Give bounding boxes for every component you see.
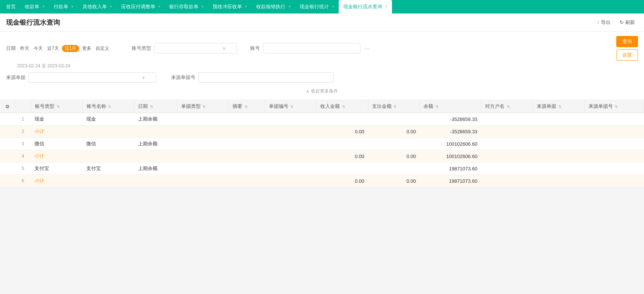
cell-gear bbox=[0, 175, 15, 187]
col-no bbox=[15, 100, 31, 113]
nav-other-income-close[interactable]: × bbox=[110, 0, 112, 13]
cell-doc-type bbox=[177, 150, 229, 163]
date-opt-1month[interactable]: 近1月 bbox=[62, 45, 80, 52]
account-input[interactable] bbox=[263, 43, 360, 54]
col-source-doc-no[interactable]: 来源单据号 ⇅ bbox=[584, 100, 644, 113]
col-account-type[interactable]: 账号类型 ⇅ bbox=[31, 100, 83, 113]
source-doc-no-input[interactable] bbox=[198, 72, 333, 83]
cell-counterpart bbox=[481, 138, 533, 150]
gear-icon: ⚙ bbox=[5, 104, 10, 109]
col-date[interactable]: 日期 ⇅ bbox=[134, 100, 177, 113]
cell-counterpart bbox=[481, 113, 533, 125]
nav-stats[interactable]: 现金银行统计 × bbox=[295, 0, 339, 13]
source-doc-select[interactable]: ∨ bbox=[29, 72, 156, 83]
col-account-name[interactable]: 账号名称 ⇅ bbox=[83, 100, 134, 113]
nav-advance[interactable]: 预收冲应收单 × bbox=[208, 0, 252, 13]
settings-button[interactable]: 设置 bbox=[616, 49, 638, 61]
cell-expense: 0.00 bbox=[368, 150, 420, 163]
sort-doc-no-icon: ⇅ bbox=[290, 104, 293, 109]
nav-adjust[interactable]: 应收应付调整单 × bbox=[117, 0, 165, 13]
cell-account-name bbox=[83, 175, 134, 187]
col-doc-no[interactable]: 单据编号 ⇅ bbox=[265, 100, 317, 113]
col-balance[interactable]: 余额 ⇅ bbox=[420, 100, 481, 113]
nav-payment-close[interactable]: × bbox=[71, 0, 74, 13]
sort-expense-icon: ⇅ bbox=[393, 104, 396, 109]
filter-row-1: 日期 昨天 今天 近7天 近1月 更多 自定义 账号类型 ∨ 账号 ··· bbox=[6, 36, 638, 61]
nav-flow-query-close[interactable]: × bbox=[385, 0, 387, 13]
cell-summary bbox=[229, 113, 265, 125]
account-filter-group: 账号 ··· bbox=[250, 43, 371, 54]
account-type-filter-group: 账号类型 ∨ bbox=[132, 43, 237, 54]
table-row: 6小计0.000.0019871073.60 bbox=[0, 175, 644, 187]
nav-bank-deposit[interactable]: 银行存取款单 × bbox=[165, 0, 208, 13]
date-opt-more[interactable]: 更多 bbox=[81, 45, 93, 52]
date-opt-7days[interactable]: 近7天 bbox=[46, 45, 60, 52]
cell-source-doc bbox=[533, 163, 585, 175]
nav-receipt-close[interactable]: × bbox=[42, 0, 45, 13]
cell-balance: 100102606.60 bbox=[420, 150, 481, 163]
col-income[interactable]: 收入金额 ⇅ bbox=[317, 100, 368, 113]
cell-expense: 0.00 bbox=[368, 125, 420, 138]
col-summary[interactable]: 摘要 ⇅ bbox=[229, 100, 265, 113]
cell-no: 6 bbox=[15, 175, 31, 187]
cell-expense bbox=[368, 138, 420, 150]
cell-source-doc-no bbox=[584, 175, 644, 187]
export-button[interactable]: ↑ 导出 bbox=[594, 18, 614, 27]
account-ellipsis[interactable]: ··· bbox=[363, 45, 371, 51]
account-label: 账号 bbox=[250, 45, 260, 52]
account-type-chevron: ∨ bbox=[222, 46, 226, 51]
date-opt-today[interactable]: 今天 bbox=[32, 45, 44, 52]
cell-account-name: 支付宝 bbox=[83, 163, 134, 175]
cell-doc-no bbox=[265, 175, 317, 187]
col-gear[interactable]: ⚙ bbox=[0, 100, 15, 113]
nav-stats-close[interactable]: × bbox=[332, 0, 334, 13]
date-opt-custom[interactable]: 自定义 bbox=[94, 45, 111, 52]
account-type-select[interactable]: ∨ bbox=[154, 43, 237, 54]
sort-source-doc-icon: ⇅ bbox=[558, 104, 561, 109]
cell-balance: -3528659.33 bbox=[420, 113, 481, 125]
refresh-icon: ↻ bbox=[620, 19, 624, 25]
collapse-icon: ∧ bbox=[306, 89, 309, 94]
sort-doc-type-icon: ⇅ bbox=[203, 104, 206, 109]
nav-payment[interactable]: 付款单 × bbox=[49, 0, 78, 13]
table-row: 3微信微信上期余额100102606.60 bbox=[0, 138, 644, 150]
nav-verify[interactable]: 收款核销执行 × bbox=[252, 0, 295, 13]
export-icon: ↑ bbox=[597, 19, 600, 25]
cell-expense: 0.00 bbox=[368, 175, 420, 187]
query-button[interactable]: 查询 bbox=[616, 36, 638, 47]
nav-home[interactable]: 首页 bbox=[2, 0, 20, 13]
cell-no: 2 bbox=[15, 125, 31, 138]
date-opt-yesterday[interactable]: 昨天 bbox=[19, 45, 31, 52]
collapse-bar[interactable]: ∧ 收起更多条件 bbox=[6, 87, 638, 97]
table-container: ⚙ 账号类型 ⇅ 账号名称 ⇅ 日期 ⇅ 单据类型 ⇅ bbox=[0, 100, 644, 187]
nav-bank-deposit-close[interactable]: × bbox=[201, 0, 204, 13]
data-table: ⚙ 账号类型 ⇅ 账号名称 ⇅ 日期 ⇅ 单据类型 ⇅ bbox=[0, 100, 644, 187]
nav-flow-query[interactable]: 现金银行流水查询 × bbox=[339, 0, 392, 13]
cell-account-type: 小计 bbox=[31, 175, 83, 187]
nav-other-income[interactable]: 其他收入单 × bbox=[78, 0, 117, 13]
sort-balance-icon: ⇅ bbox=[435, 104, 438, 109]
cell-doc-no bbox=[265, 150, 317, 163]
nav-receipt[interactable]: 收款单 × bbox=[20, 0, 49, 13]
nav-verify-close[interactable]: × bbox=[288, 0, 291, 13]
nav-adjust-close[interactable]: × bbox=[158, 0, 161, 13]
nav-advance-close[interactable]: × bbox=[245, 0, 247, 13]
cell-date bbox=[134, 125, 177, 138]
date-filter-group: 日期 昨天 今天 近7天 近1月 更多 自定义 bbox=[6, 45, 111, 52]
sort-account-type-icon: ⇅ bbox=[57, 104, 60, 109]
refresh-button[interactable]: ↻ 刷新 bbox=[617, 18, 638, 27]
sort-income-icon: ⇅ bbox=[342, 104, 345, 109]
cell-doc-type bbox=[177, 113, 229, 125]
cell-account-name bbox=[83, 125, 134, 138]
col-source-doc[interactable]: 来源单据 ⇅ bbox=[533, 100, 585, 113]
col-expense[interactable]: 支出金额 ⇅ bbox=[368, 100, 420, 113]
cell-doc-type bbox=[177, 125, 229, 138]
sort-account-name-icon: ⇅ bbox=[108, 104, 111, 109]
table-row: 1现金现金上期余额-3528659.33 bbox=[0, 113, 644, 125]
date-range-display: 2023-02-24 至 2023-03-24 bbox=[17, 63, 70, 69]
sort-counterpart-icon: ⇅ bbox=[507, 104, 510, 109]
col-doc-type[interactable]: 单据类型 ⇅ bbox=[177, 100, 229, 113]
table-header-row: ⚙ 账号类型 ⇅ 账号名称 ⇅ 日期 ⇅ 单据类型 ⇅ bbox=[0, 100, 644, 113]
table-row: 4小计0.000.00100102606.60 bbox=[0, 150, 644, 163]
col-counterpart[interactable]: 对方户名 ⇅ bbox=[481, 100, 533, 113]
